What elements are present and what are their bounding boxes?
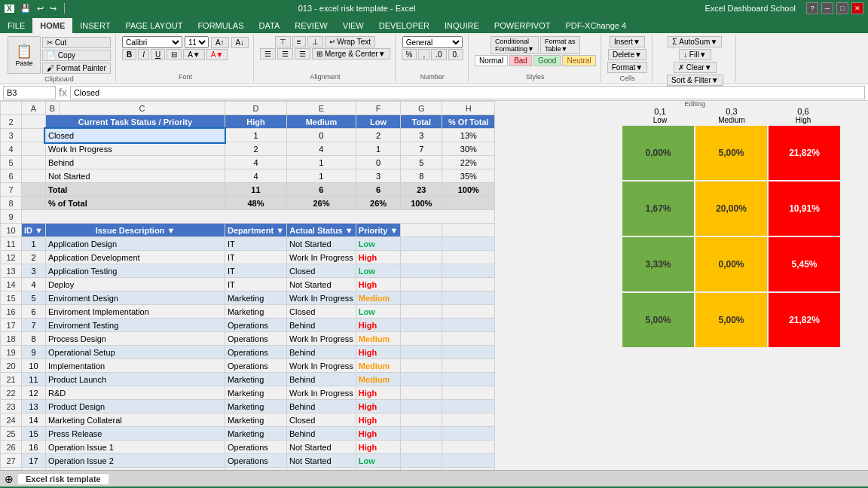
cell-d12[interactable]: IT bbox=[225, 251, 286, 264]
cell-d26[interactable]: Operations bbox=[225, 441, 286, 454]
cell-a11[interactable]: 1 bbox=[22, 237, 46, 251]
cell-b24[interactable]: Marketing Collateral bbox=[45, 413, 225, 427]
cell-f19[interactable]: High bbox=[356, 346, 400, 359]
cell-b25[interactable]: Press Release bbox=[45, 427, 225, 441]
cell-e3[interactable]: 0 bbox=[287, 129, 356, 142]
autosum-button[interactable]: Σ AutoSum▼ bbox=[668, 36, 722, 47]
cell-a26[interactable]: 16 bbox=[22, 441, 46, 454]
tab-inquire[interactable]: INQUIRE bbox=[437, 18, 487, 33]
cell-e19[interactable]: Behind bbox=[287, 346, 356, 359]
cell-b3[interactable]: Closed bbox=[45, 129, 225, 142]
fill-button[interactable]: ↓ Fill▼ bbox=[679, 49, 711, 60]
align-center-button[interactable]: ☰ bbox=[277, 48, 293, 59]
align-right-button[interactable]: ☰ bbox=[295, 48, 310, 59]
number-format-select[interactable]: General bbox=[402, 36, 463, 48]
cell-d18[interactable]: Operations bbox=[225, 332, 286, 346]
cell-f8[interactable]: 26% bbox=[356, 197, 400, 210]
cell-e6[interactable]: 1 bbox=[287, 169, 356, 183]
cell-f20[interactable]: Medium bbox=[356, 359, 400, 373]
cell-d5[interactable]: 4 bbox=[225, 156, 286, 169]
help-button[interactable]: ? bbox=[806, 2, 818, 14]
col-a-header[interactable]: A bbox=[22, 102, 46, 115]
cell-d7[interactable]: 11 bbox=[225, 183, 286, 197]
col-d-header[interactable]: D bbox=[225, 102, 286, 115]
cell-e18[interactable]: Work In Progress bbox=[287, 332, 356, 346]
col-f-header[interactable]: F bbox=[356, 102, 400, 115]
cell-f6[interactable]: 3 bbox=[356, 169, 400, 183]
cell-f12[interactable]: High bbox=[356, 251, 400, 264]
cell-d25[interactable]: Marketing bbox=[225, 427, 286, 441]
cell-a20[interactable]: 10 bbox=[22, 359, 46, 373]
cell-a24[interactable]: 14 bbox=[22, 413, 46, 427]
cell-f3[interactable]: 2 bbox=[356, 129, 400, 142]
tab-pdfxchange[interactable]: PDF-XChange 4 bbox=[558, 18, 634, 33]
cell-e5[interactable]: 1 bbox=[287, 156, 356, 169]
align-left-button[interactable]: ☰ bbox=[260, 48, 276, 59]
cell-d6[interactable]: 4 bbox=[225, 169, 286, 183]
cell-a17[interactable]: 7 bbox=[22, 319, 46, 332]
cell-a7[interactable] bbox=[22, 183, 46, 197]
cell-a2[interactable] bbox=[22, 115, 46, 129]
align-top-button[interactable]: ⊤ bbox=[275, 36, 291, 47]
tab-powerpivot[interactable]: POWERPIVOT bbox=[487, 18, 558, 33]
cell-f17[interactable]: High bbox=[356, 319, 400, 332]
bad-style[interactable]: Bad bbox=[509, 55, 532, 66]
cell-d22[interactable]: Marketing bbox=[225, 386, 286, 400]
align-bottom-button[interactable]: ⊥ bbox=[307, 36, 323, 47]
cell-e7[interactable]: 6 bbox=[287, 183, 356, 197]
fill-color-button[interactable]: A▼ bbox=[183, 49, 205, 60]
cell-e20[interactable]: Work In Progress bbox=[287, 359, 356, 373]
cell-g3[interactable]: 3 bbox=[401, 129, 442, 142]
comma-button[interactable]: , bbox=[418, 49, 429, 60]
decrease-font-button[interactable]: A↓ bbox=[231, 37, 249, 48]
cell-f14[interactable]: High bbox=[356, 278, 400, 291]
cell-e8[interactable]: 26% bbox=[287, 197, 356, 210]
wrap-text-button[interactable]: ↵ Wrap Text bbox=[325, 36, 375, 47]
cell-e10[interactable]: Actual Status ▼ bbox=[287, 224, 356, 237]
cell-f27[interactable]: Low bbox=[356, 454, 400, 468]
cell-f5[interactable]: 0 bbox=[356, 156, 400, 169]
col-g-header[interactable]: G bbox=[401, 102, 442, 115]
cell-f13[interactable]: Low bbox=[356, 264, 400, 278]
bold-button[interactable]: B bbox=[122, 49, 136, 60]
cell-d21[interactable]: Marketing bbox=[225, 373, 286, 386]
cell-a27[interactable]: 17 bbox=[22, 454, 46, 468]
cell-a21[interactable]: 11 bbox=[22, 373, 46, 386]
cell-d13[interactable]: IT bbox=[225, 264, 286, 278]
cell-a16[interactable]: 6 bbox=[22, 305, 46, 319]
cell-a3[interactable] bbox=[22, 129, 46, 142]
cell-d24[interactable]: Marketing bbox=[225, 413, 286, 427]
cell-f26[interactable]: High bbox=[356, 441, 400, 454]
cell-g6[interactable]: 8 bbox=[401, 169, 442, 183]
name-box[interactable] bbox=[3, 86, 56, 99]
close-button[interactable]: ✕ bbox=[851, 2, 863, 14]
cell-e26[interactable]: Not Started bbox=[287, 441, 356, 454]
increase-decimal-button[interactable]: .0 bbox=[431, 49, 446, 60]
cell-e22[interactable]: Work In Progress bbox=[287, 386, 356, 400]
col-e-header[interactable]: E bbox=[287, 102, 356, 115]
cell-h2[interactable]: % Of Total bbox=[442, 115, 495, 129]
copy-button[interactable]: 📄 Copy bbox=[42, 50, 111, 61]
cell-g4[interactable]: 7 bbox=[401, 142, 442, 156]
quick-access-save[interactable]: 💾 bbox=[20, 4, 31, 14]
tab-formulas[interactable]: FORMULAS bbox=[190, 18, 251, 33]
cell-e4[interactable]: 4 bbox=[287, 142, 356, 156]
col-b-header[interactable]: B bbox=[45, 102, 59, 115]
cell-d17[interactable]: Operations bbox=[225, 319, 286, 332]
cell-b23[interactable]: Product Design bbox=[45, 400, 225, 413]
cell-h5[interactable]: 22% bbox=[442, 156, 495, 169]
cell-f18[interactable]: Medium bbox=[356, 332, 400, 346]
font-name-select[interactable]: Calibri bbox=[122, 36, 182, 48]
cell-a5[interactable] bbox=[22, 156, 46, 169]
cell-e24[interactable]: Closed bbox=[287, 413, 356, 427]
cell-a15[interactable]: 5 bbox=[22, 291, 46, 305]
cell-b26[interactable]: Operation Issue 1 bbox=[45, 441, 225, 454]
cell-b2[interactable]: Current Task Status / Priority bbox=[45, 115, 225, 129]
cell-b21[interactable]: Product Launch bbox=[45, 373, 225, 386]
delete-button[interactable]: Delete▼ bbox=[608, 49, 646, 60]
cell-e13[interactable]: Closed bbox=[287, 264, 356, 278]
cell-d19[interactable]: Operations bbox=[225, 346, 286, 359]
tab-home[interactable]: HOME bbox=[32, 18, 72, 33]
cell-d23[interactable]: Marketing bbox=[225, 400, 286, 413]
cell-d10[interactable]: Department ▼ bbox=[225, 224, 286, 237]
